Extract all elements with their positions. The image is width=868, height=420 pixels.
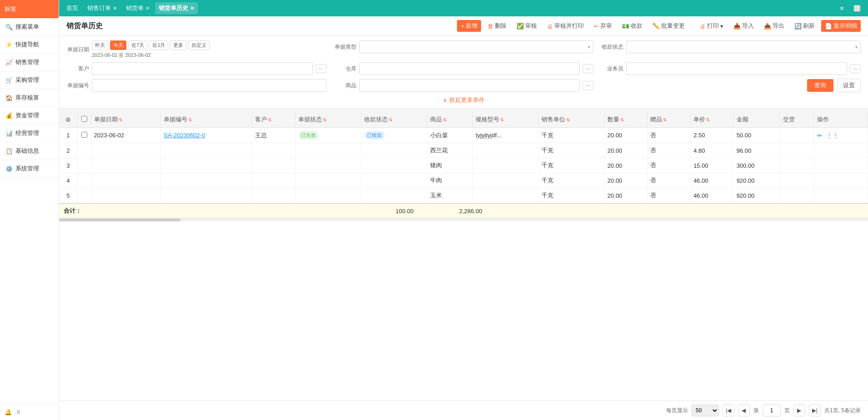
th-gift[interactable]: 赠品⇅ [647,112,691,128]
close-window-icon[interactable]: ✕ [836,5,848,12]
th-doc-no[interactable]: 单据编号⇅ [161,112,252,128]
customer-input[interactable] [92,62,313,75]
edit-icon[interactable]: ✏ [817,132,823,139]
warehouse-input[interactable] [359,62,580,75]
audit-button[interactable]: ✅ 审核 [513,20,541,32]
th-price[interactable]: 单价⇅ [691,112,734,128]
total-info: 共1页, 5条记录 [824,407,861,415]
th-doc-date[interactable]: 单据日期⇅ [91,112,161,128]
ops-mgmt-icon: 📊 [5,130,13,137]
date-7days-btn[interactable]: 近7天 [128,40,147,50]
th-spec[interactable]: 规格型号⇅ [473,112,539,128]
audit-label: 审核 [525,22,537,30]
collect-button[interactable]: 💵 收款 [618,20,646,32]
table-container: ⚙ 单据日期⇅ 单据编号⇅ 客户⇅ 单据状态⇅ [59,112,868,400]
sidebar-item-ops-mgmt[interactable]: 📊 经营管理 [0,125,59,142]
cell-action [814,158,868,173]
date-more-btn[interactable]: 更多 [170,40,186,50]
show-detail-button[interactable]: 📄 显示明细 [821,20,861,32]
tab-sales-delivery[interactable]: 销货单 ✕ [122,2,153,14]
sidebar-bottom-icon1[interactable]: 🔔 [5,409,12,415]
row-checkbox[interactable] [81,132,87,138]
th-product[interactable]: 商品⇅ [427,112,472,128]
doc-type-select[interactable]: ▾ [359,40,594,53]
delete-button[interactable]: 🗑 删除 [484,20,510,32]
setting-button[interactable]: 设置 [837,79,861,92]
export-button[interactable]: 📤 导出 [760,20,788,32]
cell-spec [473,173,539,188]
doc-no-input[interactable] [92,79,326,92]
cell-qty: 20.00 [604,128,647,143]
salesperson-ellipsis-btn[interactable]: ··· [850,64,861,73]
print-button[interactable]: 🖨 打印 ▾ [696,20,727,32]
sort-price-icon: ⇅ [706,117,710,122]
salesperson-label: 业务员 [601,65,623,73]
payment-status-label: 收款状态 [601,43,623,51]
customer-ellipsis-btn[interactable]: ··· [316,64,326,73]
sidebar-item-sys-mgmt[interactable]: ⚙️ 系统管理 [0,160,59,178]
date-custom-btn[interactable]: 自定义 [188,40,210,50]
sidebar-item-fund-mgmt[interactable]: 💰 资金管理 [0,107,59,125]
salesperson-filter: 业务员 ··· [601,62,861,75]
date-today-btn[interactable]: 今天 [110,40,126,50]
payment-status-select[interactable]: ▾ [626,40,861,53]
more-action-icon[interactable]: ⋮⋮ [826,132,839,139]
audit-print-button[interactable]: 🖨 审核并打印 [543,20,587,32]
date-filter: 单据日期 昨天 今天 近7天 近1月 更多 自定义 2023-06-02 至 2… [66,40,326,59]
cell-check [77,158,91,173]
th-customer[interactable]: 客户⇅ [252,112,296,128]
warehouse-ellipsis-btn[interactable]: ··· [582,64,593,73]
summary-total-amount: 2,286.00 [459,208,482,215]
batch-change-button[interactable]: ✏️ 批量变更 [649,20,688,32]
date-yesterday-btn[interactable]: 昨天 [92,40,108,50]
new-button[interactable]: + 新增 [457,20,481,32]
per-page-select[interactable]: 50 100 200 [692,405,719,416]
prev-page-btn[interactable]: ◀ [738,405,750,416]
table-row: 1 2023-06-02 SA-20230602-0 王总 已生效 已收款 小白… [59,128,868,143]
next-page-btn[interactable]: ▶ [793,405,805,416]
cell-unit: 千克 [538,158,604,173]
show-detail-label: 显示明细 [833,22,857,30]
sidebar-item-inventory-calc[interactable]: 🏠 库存核算 [0,89,59,107]
date-1month-btn[interactable]: 近1月 [149,40,168,50]
select-all-checkbox[interactable] [81,116,87,122]
abandon-button[interactable]: ↩ 弃审 [590,20,616,32]
sidebar-item-basic-info[interactable]: 📋 基础信息 [0,142,59,160]
settings-gear-icon[interactable]: ⚙ [65,116,71,123]
payment-status-arrow-icon: ▾ [855,45,858,50]
query-button[interactable]: 查询 [807,79,833,92]
close-sales-history-icon[interactable]: ✕ [190,5,194,11]
close-sales-delivery-icon[interactable]: ✕ [146,5,150,11]
th-doc-status[interactable]: 单据状态⇅ [295,112,361,128]
new-label: 新增 [466,22,477,30]
page-number-input[interactable] [763,405,781,416]
tab-sales-order[interactable]: 销售订单 ✕ [84,2,120,14]
sidebar-item-sales-mgmt[interactable]: 📈 销售管理 [0,54,59,71]
collect-label: 收款 [631,22,642,30]
tab-sales-history[interactable]: 销货单历史 ✕ [155,2,198,14]
last-page-btn[interactable]: ▶| [809,405,821,416]
doc-no-link[interactable]: SA-20230602-0 [164,132,205,139]
product-ellipsis-btn[interactable]: ··· [582,81,593,90]
sidebar-item-purchase-mgmt[interactable]: 🛒 采购管理 [0,71,59,89]
sidebar-item-search-menu[interactable]: 🔍 搜索菜单 [0,18,59,36]
cell-action: ✏⋮⋮ [814,128,868,143]
collapse-button[interactable]: ∧ 收起更多条件 [66,94,861,106]
close-sales-order-icon[interactable]: ✕ [113,5,117,11]
sidebar-bottom-icon2[interactable]: ⏸ [15,409,21,415]
sort-product-icon: ⇅ [443,117,447,122]
cell-amount: 96.00 [733,143,780,158]
import-button[interactable]: 📥 导入 [730,20,758,32]
tab-home[interactable]: 首页 [63,2,82,14]
th-payment-status[interactable]: 收款状态⇅ [361,112,427,128]
sidebar-item-quick-nav[interactable]: ⚡ 快捷导航 [0,36,59,54]
first-page-btn[interactable]: |◀ [722,405,734,416]
product-input[interactable] [359,79,580,92]
salesperson-input[interactable] [626,62,847,75]
maximize-icon[interactable]: ⬜ [850,5,864,12]
main-content: 首页 销售订单 ✕ 销货单 ✕ 销货单历史 ✕ ✕ ⬜ 销货单历史 + 新增 🗑… [59,0,868,420]
refresh-button[interactable]: 🔄 刷新 [791,20,818,32]
th-unit[interactable]: 销售单位⇅ [538,112,604,128]
horizontal-scrollbar[interactable] [59,218,868,221]
th-qty[interactable]: 数量⇅ [604,112,647,128]
